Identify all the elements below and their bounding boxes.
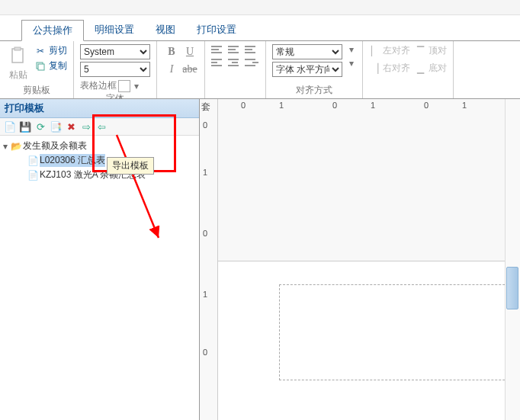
sidebar-toolbar: 📄 💾 ⟳ 📑 ✖ ⇨ ⇦ — [0, 118, 199, 136]
border-label: 表格边框 — [80, 79, 117, 92]
template-tree: ▾ 📂 发生额及余额表 📄 L020306 汇总表 📄 KZJ103 激光A 余… — [0, 136, 199, 420]
tab-print-settings[interactable]: 打印设置 — [186, 20, 247, 40]
ribbon-group-style: 常规 字体 水平方向 ▾ ▾ 对齐方式 — [266, 41, 363, 98]
file-icon: 📄 — [27, 155, 38, 166]
design-surface[interactable]: 科目名称 [科目名称] — [218, 261, 520, 420]
font-family-select[interactable]: System — [80, 44, 150, 59]
export-tooltip: 导出模板 — [107, 157, 154, 175]
bold-button[interactable]: B — [163, 44, 180, 59]
sidebar-title: 打印模板 — [0, 99, 199, 118]
refresh-icon[interactable]: ⟳ — [34, 120, 47, 133]
file-icon: 📄 — [27, 170, 38, 181]
tab-detail-settings[interactable]: 明细设置 — [84, 20, 145, 40]
ruler-corner-label: 套 — [201, 101, 210, 114]
sidebar: 打印模板 📄 💾 ⟳ 📑 ✖ ⇨ ⇦ ▾ 📂 发生额及余额表 📄 L020306… — [0, 99, 200, 420]
ribbon-group-clipboard: 粘贴 ✂ 剪切 复制 剪贴板 — [0, 41, 74, 98]
italic-button[interactable]: I — [163, 62, 180, 77]
ribbon-tabs: 公共操作 明细设置 视图 打印设置 — [0, 15, 520, 41]
align-bottom-btn[interactable]: ▁底对 — [415, 62, 447, 75]
ribbon-group-align — [205, 41, 266, 98]
wrap-select[interactable]: 字体 水平方向 — [272, 62, 342, 77]
align-bottom-icon2: ▁ — [415, 63, 425, 74]
group-label-clipboard: 剪贴板 — [6, 84, 67, 97]
border-icon[interactable] — [118, 80, 130, 92]
align-top-icon[interactable] — [211, 44, 225, 55]
svg-rect-3 — [38, 64, 44, 70]
saveas-icon[interactable]: 📑 — [49, 120, 63, 133]
new-icon[interactable]: 📄 — [3, 120, 17, 133]
expander-icon[interactable]: ▾ — [2, 143, 9, 150]
horizontal-ruler: 0 1 0 1 0 1 — [218, 99, 520, 261]
ribbon-group-format: B U I abe — [157, 41, 205, 98]
align-bottom-icon[interactable] — [245, 44, 258, 55]
tab-public-operation[interactable]: 公共操作 — [21, 20, 84, 41]
align-middle-icon[interactable] — [228, 44, 242, 55]
wrap-dropdown[interactable]: ▾ — [347, 58, 356, 69]
copy-icon — [35, 61, 46, 72]
align-left-icon2: ▏ — [369, 46, 380, 56]
ribbon-group-position: ▏左对齐 ▕右对齐 ▔顶对 ▁底对 — [363, 41, 454, 98]
align-right-icon2: ▕ — [369, 63, 380, 74]
vertical-ruler: 套 0 1 0 1 0 — [200, 99, 218, 420]
copy-button[interactable]: 复制 — [35, 59, 67, 72]
align-left-btn[interactable]: ▏左对齐 — [369, 44, 410, 57]
align-top-icon2: ▔ — [415, 46, 425, 56]
svg-rect-0 — [12, 49, 23, 63]
style-select[interactable]: 常规 — [272, 44, 342, 59]
paste-button[interactable]: 粘贴 — [6, 44, 30, 83]
cut-icon: ✂ — [35, 46, 46, 56]
tree-item-0[interactable]: 📄 L020306 汇总表 — [2, 153, 197, 168]
folder-icon: 📂 — [11, 141, 21, 152]
export-icon[interactable]: ⇦ — [95, 120, 108, 133]
save-icon[interactable]: 💾 — [18, 120, 32, 133]
delete-icon[interactable]: ✖ — [64, 120, 78, 133]
paste-label: 粘贴 — [9, 69, 27, 82]
ribbon: 粘贴 ✂ 剪切 复制 剪贴板 System 5 — [0, 41, 520, 99]
border-dropdown[interactable]: ▾ — [132, 81, 141, 91]
tree-item-1[interactable]: 📄 KZJ103 激光A 余额汇总表 — [2, 168, 197, 182]
group-label-align: 对齐方式 — [272, 84, 356, 97]
align-center-icon[interactable] — [228, 57, 242, 68]
align-right-icon[interactable] — [245, 57, 258, 68]
titlebar — [0, 0, 520, 15]
cut-button[interactable]: ✂ 剪切 — [35, 44, 67, 57]
svg-rect-1 — [14, 47, 21, 50]
underline-button[interactable]: U — [181, 44, 198, 59]
align-top-btn[interactable]: ▔顶对 — [415, 44, 447, 57]
canvas-area: 套 0 1 0 1 0 0 1 0 1 0 1 科目名称 — [200, 99, 520, 420]
header-region[interactable] — [279, 284, 520, 380]
font-size-select[interactable]: 5 — [80, 62, 150, 77]
vertical-scrollbar[interactable] — [505, 99, 520, 420]
style-dropdown[interactable]: ▾ — [347, 44, 356, 55]
tab-view[interactable]: 视图 — [145, 20, 186, 40]
align-left-icon[interactable] — [211, 57, 225, 68]
align-right-btn[interactable]: ▕右对齐 — [369, 62, 410, 75]
strike-button[interactable]: abe — [181, 62, 198, 77]
tree-root[interactable]: ▾ 📂 发生额及余额表 — [2, 139, 197, 153]
paste-icon — [9, 46, 27, 67]
scrollbar-thumb[interactable] — [506, 267, 518, 309]
ribbon-group-font: System 5 表格边框 ▾ 字体 — [74, 41, 157, 98]
import-icon[interactable]: ⇨ — [79, 120, 93, 133]
main-area: 打印模板 📄 💾 ⟳ 📑 ✖ ⇨ ⇦ ▾ 📂 发生额及余额表 📄 L020306… — [0, 99, 520, 420]
